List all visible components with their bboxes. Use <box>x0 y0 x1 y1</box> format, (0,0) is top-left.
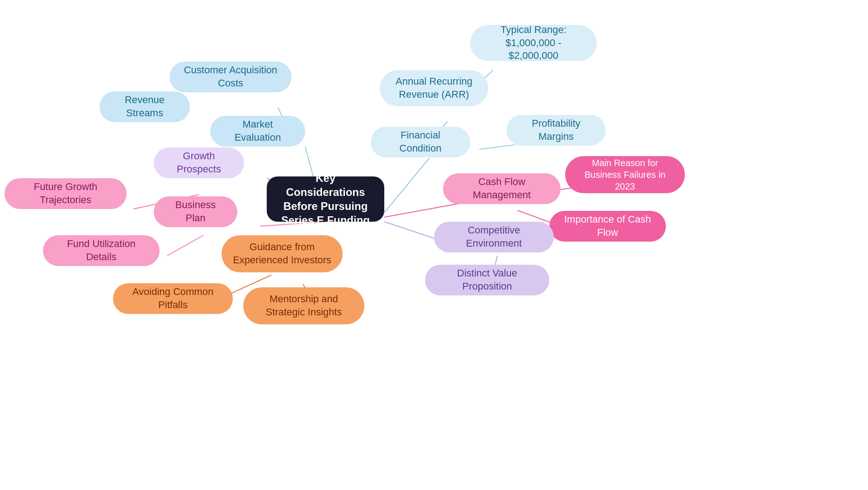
svg-line-6 <box>479 145 515 149</box>
competitive-environment-node: Competitive Environment <box>434 222 554 252</box>
profitability-margins-node: Profitability Margins <box>506 115 606 146</box>
future-growth-node: Future Growth Trajectories <box>5 178 127 209</box>
revenue-streams-node: Revenue Streams <box>99 91 190 122</box>
svg-line-3 <box>384 158 429 213</box>
svg-line-11 <box>384 203 461 217</box>
business-plan-node: Business Plan <box>154 196 237 227</box>
growth-prospects-node: Growth Prospects <box>154 147 244 178</box>
guidance-node: Guidance from Experienced Investors <box>222 235 343 272</box>
importance-cash-flow-node: Importance of Cash Flow <box>549 211 666 242</box>
arr-node: Annual Recurring Revenue (ARR) <box>380 70 488 106</box>
fund-utilization-node: Fund Utilization Details <box>43 235 160 266</box>
distinct-value-node: Distinct Value Proposition <box>425 265 549 295</box>
mentorship-node: Mentorship and Strategic Insights <box>243 287 364 324</box>
main-reason-node: Main Reason for Business Failures in 202… <box>565 156 685 193</box>
financial-condition-node: Financial Condition <box>371 127 470 157</box>
avoiding-pitfalls-node: Avoiding Common Pitfalls <box>113 283 233 314</box>
typical-range-node: Typical Range: $1,000,000 - $2,000,000 <box>470 25 597 61</box>
svg-line-10 <box>167 235 203 256</box>
customer-acquisition-node: Customer Acquisition Costs <box>170 62 292 92</box>
market-evaluation-node: Market Evaluation <box>210 116 305 147</box>
center-node: Key Considerations Before Pursuing Serie… <box>267 176 384 222</box>
cash-flow-management-node: Cash Flow Management <box>443 173 561 204</box>
